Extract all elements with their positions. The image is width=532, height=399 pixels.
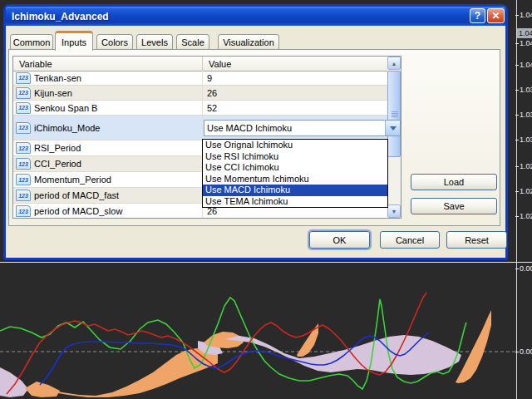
tab-levels[interactable]: Levels [136,34,173,50]
close-button[interactable]: ✕ [487,8,505,23]
price-value: 1.02 [520,162,532,170]
tab-visualization[interactable]: Visualization [218,34,279,50]
axis-tick [515,90,519,91]
dropdown-arrow-button[interactable] [385,121,400,135]
numeric-parameter-icon: 123 [16,102,31,114]
numeric-parameter-icon: 123 [16,72,31,84]
variable-name: period of MACD_slow [34,206,122,216]
variable-value[interactable]: 52 [203,101,387,115]
tab-colors[interactable]: Colors [96,34,133,50]
zero-level-label: 0.00 [515,347,532,357]
dropdown-option[interactable]: Use CCI Ichimoku [203,162,387,174]
axis-tick [515,166,519,167]
numeric-parameter-icon: 123 [16,158,31,170]
scroll-up-button[interactable]: ▲ [387,57,401,70]
price-axis-label: 1.03 [515,135,532,145]
thumb-grip-icon [392,111,398,118]
dialog-titlebar[interactable]: Ichimoku_Advanced [6,7,505,26]
axis-tick [515,43,519,44]
axis-tick [515,65,519,66]
variable-name: Kijun-sen [34,88,72,98]
dropdown-option[interactable]: Use RSI Ichimoku [203,151,387,163]
variable-name: Tenkan-sen [34,73,81,83]
orange-cloud-left [25,382,60,397]
help-button[interactable]: ? [470,8,485,23]
variable-name: Momentum_Period [34,175,111,185]
column-header-value[interactable]: Value [203,57,401,71]
arrow-down-icon: ▼ [392,209,397,214]
price-axis-label: 1.02 [515,186,532,196]
dropdown-option[interactable]: Use TEMA Ichimoku [203,196,387,208]
variable-value[interactable]: 9 [203,71,387,85]
variable-name: RSI_Period [34,143,81,153]
thistle-cloud-left [0,367,28,397]
ichimoku-mode-combobox[interactable]: Use MACD Ichimoku [204,120,401,136]
price-value: 0.00 [520,264,532,273]
numeric-parameter-icon: 123 [16,174,31,185]
dropdown-option-highlighted[interactable]: Use MACD Ichimoku [203,185,387,196]
price-value: 1.03 [520,135,532,144]
table-scrollbar[interactable]: ▲ ▼ [387,57,401,218]
current-price-badge: 1.04 [517,28,532,38]
price-value: 1.02 [520,212,532,220]
price-value: 1.02 [520,187,532,195]
axis-tick [515,115,519,116]
pane-resize-handle[interactable] [0,262,532,263]
indicator-properties-dialog: Ichimoku_Advanced ? ✕ Common Inputs Colo… [3,4,508,260]
axis-tick [515,352,519,352]
table-header: Variable Value [13,57,401,71]
variable-name: CCI_Period [34,159,81,169]
numeric-parameter-icon: 123 [16,205,31,217]
price-axis-label: 1.02 [515,211,532,221]
price-axis-label: 1.02 [515,161,532,171]
load-button[interactable]: Load [411,174,497,190]
price-value: 1.04 [520,11,532,19]
cancel-button[interactable]: Cancel [380,231,440,249]
chevron-down-icon [390,126,397,131]
axis-tick [515,191,519,192]
axis-tick [515,268,519,269]
tab-scale[interactable]: Scale [176,34,209,50]
price-axis-label: 1.04 [515,10,532,20]
axis-tick [515,15,519,16]
price-axis-label: 1.04 [515,60,532,70]
price-value: 1.03 [520,86,532,94]
variable-name: iChimoku_Mode [34,123,100,133]
price-axis-label: 1.03 [515,85,532,95]
axis-tick [515,140,519,140]
dialog-title: Ichimoku_Advanced [6,11,109,22]
reset-button[interactable]: Reset [446,231,507,249]
price-value: 1.03 [520,111,532,119]
scroll-down-button[interactable]: ▼ [387,204,401,218]
price-value: 0.00 [520,347,532,356]
price-value: 1.04 [519,29,532,37]
table-row[interactable]: 123Kijun-sen 26 [13,86,387,101]
table-row[interactable]: 123Tenkan-sen 9 [13,71,387,86]
variable-name: period of MACD_fast [34,190,119,200]
variable-value[interactable]: 26 [203,86,387,100]
save-button[interactable]: Save [411,198,497,214]
numeric-parameter-icon: 123 [16,142,31,154]
dropdown-option[interactable]: Use Momentum Ichimoku [203,174,387,185]
price-axis-label: 1.04 [515,38,532,48]
mt4-chart-window: 1.04 1.04 1.04 1.04 1.03 1.03 1.03 1.02 … [0,0,532,399]
ok-button[interactable]: OK [309,231,370,249]
axis-tick [515,216,519,217]
numeric-parameter-icon: 123 [16,122,31,134]
tab-common[interactable]: Common [10,34,53,50]
variable-name: Senkou Span B [34,103,97,113]
dropdown-option[interactable]: Use Orignal Ichimoku [203,140,387,151]
ichimoku-indicator-plot [0,262,516,399]
indicator-scale-top-label: 0.00 [515,264,532,273]
price-value: 1.04 [520,61,532,69]
arrow-up-icon: ▲ [392,61,397,66]
table-row[interactable]: 123Senkou Span B 52 [13,101,387,116]
combobox-value: Use MACD Ichimoku [204,123,385,133]
price-value: 1.04 [520,39,532,47]
numeric-parameter-icon: 123 [16,190,31,201]
ichimoku-mode-dropdown-list: Use Orignal Ichimoku Use RSI Ichimoku Us… [202,139,388,208]
tab-inputs[interactable]: Inputs [55,31,93,51]
price-axis-label: 1.03 [515,110,532,120]
column-header-variable[interactable]: Variable [13,57,203,71]
scrollbar-thumb[interactable] [387,71,401,157]
